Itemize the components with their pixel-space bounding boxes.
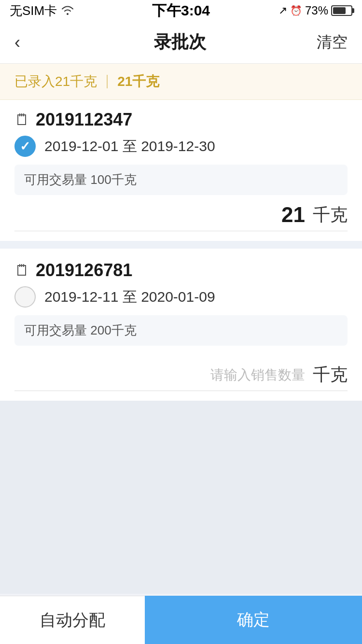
spacer-1 <box>0 231 362 241</box>
status-right: ↗ ⏰ 73% <box>278 4 352 17</box>
summary-label: 已录入21千克 <box>14 72 97 91</box>
summary-divider <box>107 75 108 88</box>
time-display: 下午3:04 <box>152 1 210 21</box>
status-left: 无SIM卡 <box>10 2 74 19</box>
summary-banner: 已录入21千克 21千克 <box>0 64 362 100</box>
bottom-bar: 自动分配 确定 <box>0 596 362 644</box>
alarm-icon: ⏰ <box>290 5 302 16</box>
doc-icon-1: 🗒 <box>14 111 30 129</box>
quantity-unit-1: 千克 <box>313 203 348 227</box>
batch-avail-text-2: 可用交易量 200千克 <box>24 323 137 337</box>
location-icon: ↗ <box>278 4 287 17</box>
back-button[interactable]: ‹ <box>14 32 43 53</box>
radio-1[interactable]: ✓ <box>14 136 36 157</box>
wifi-icon <box>61 3 74 18</box>
status-bar: 无SIM卡 下午3:04 ↗ ⏰ 73% <box>0 0 362 21</box>
batch-row-1: ✓ 2019-12-01 至 2019-12-30 <box>14 136 348 157</box>
batch-header-2: 🗒 2019126781 <box>14 260 348 280</box>
auto-distribute-button[interactable]: 自动分配 <box>0 596 145 644</box>
doc-icon-2: 🗒 <box>14 262 30 280</box>
batch-id-1: 2019112347 <box>36 110 132 130</box>
batch-item-1: 🗒 2019112347 ✓ 2019-12-01 至 2019-12-30 可… <box>0 100 362 195</box>
batch-id-2: 2019126781 <box>36 260 132 280</box>
content-area: 🗒 2019112347 ✓ 2019-12-01 至 2019-12-30 可… <box>0 100 362 401</box>
batch-avail-1: 可用交易量 100千克 <box>14 165 348 195</box>
nav-bar: ‹ 录批次 清空 <box>0 21 362 64</box>
battery-icon <box>331 5 352 16</box>
clear-button[interactable]: 清空 <box>317 32 348 53</box>
quantity-row-1: 千克 <box>0 195 362 227</box>
batch-header-1: 🗒 2019112347 <box>14 110 348 130</box>
page-title: 录批次 <box>154 30 206 54</box>
summary-value: 21千克 <box>117 72 159 91</box>
quantity-placeholder-2: 请输入销售数量 <box>14 366 305 384</box>
batch-date-1: 2019-12-01 至 2019-12-30 <box>44 137 215 156</box>
spacer-2 <box>0 391 362 401</box>
radio-2[interactable] <box>14 286 36 308</box>
batch-avail-2: 可用交易量 200千克 <box>14 315 348 346</box>
batch-separator <box>0 241 362 249</box>
battery-percent: 73% <box>305 4 328 17</box>
confirm-button[interactable]: 确定 <box>145 596 362 644</box>
bottom-space <box>0 401 362 594</box>
batch-avail-text-1: 可用交易量 100千克 <box>24 172 137 187</box>
batch-date-2: 2019-12-11 至 2020-01-09 <box>44 287 215 307</box>
quantity-input-1[interactable] <box>266 203 305 227</box>
batch-row-2: 2019-12-11 至 2020-01-09 <box>14 286 348 308</box>
batch-item-2: 🗒 2019126781 2019-12-11 至 2020-01-09 可用交… <box>0 249 362 355</box>
check-icon-1: ✓ <box>20 139 30 154</box>
quantity-unit-2: 千克 <box>313 363 348 387</box>
carrier-text: 无SIM卡 <box>10 2 57 19</box>
quantity-row-2: 请输入销售数量 千克 <box>0 355 362 387</box>
